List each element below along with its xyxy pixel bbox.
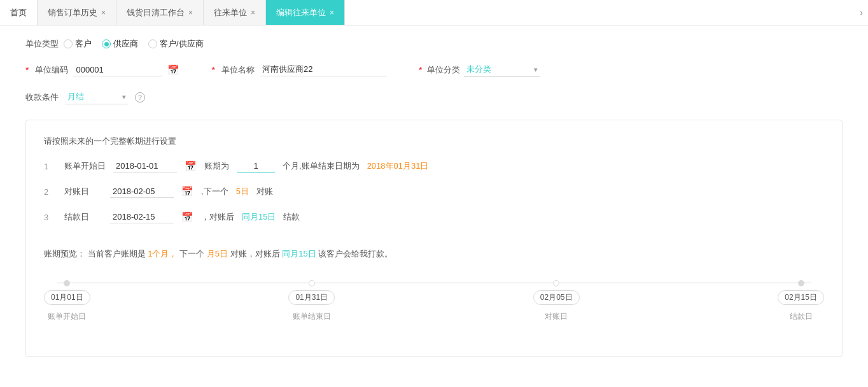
tab-home-label: 首页 [10, 7, 27, 18]
unit-name-label: 单位名称 [221, 64, 255, 76]
preview-text: 账期预览： 当前客户账期是 1个月， 下一个 月5日 对账，对账后 同月15日 … [44, 246, 824, 261]
period-highlight-2: 5日 [236, 186, 249, 197]
tab-edit-contact-close[interactable]: × [330, 8, 334, 17]
payment-label: 收款条件 [25, 92, 59, 103]
period-suffix-after-1: 个月,账单结束日期为 [283, 160, 360, 172]
period-highlight-3: 同月15日 [242, 211, 276, 223]
timeline-node-2: 02月05日 对账日 [533, 280, 580, 322]
tab-daily-work-label: 钱货日清工作台 [127, 7, 185, 18]
radio-supplier-circle [102, 39, 111, 48]
unit-category-group: * 单位分类 未分类 ▾ [419, 62, 540, 77]
period-calendar-1[interactable]: 📅 [185, 160, 197, 172]
period-calendar-3[interactable]: 📅 [181, 211, 193, 223]
tab-home[interactable]: 首页 [0, 0, 38, 25]
radio-supplier[interactable]: 供应商 [102, 38, 138, 50]
period-num-1: 1 [44, 162, 57, 171]
timeline-node-3: 02月15日 结款日 [778, 280, 824, 322]
unit-category-value: 未分类 [466, 64, 531, 75]
preview-highlight3: 同月15日 [282, 249, 316, 258]
payment-row: 收款条件 月结 ▾ ? [25, 90, 843, 104]
tab-sales-history-close[interactable]: × [101, 8, 106, 17]
period-date-1[interactable] [113, 160, 177, 172]
period-label-2: 对账日 [64, 186, 102, 197]
unit-code-required: * [25, 65, 29, 75]
radio-customer-label: 客户 [75, 38, 92, 50]
unit-type-row: 单位类型 客户 供应商 客户/供应商 [25, 38, 843, 50]
timeline-label-1: 账单结束日 [293, 311, 331, 322]
timeline-dot-3 [798, 280, 804, 286]
period-end-date-highlight: 2018年01月31日 [367, 160, 429, 172]
radio-group: 客户 供应商 客户/供应商 [64, 38, 204, 50]
period-prefix-2: ,下一个 [201, 186, 228, 197]
unit-category-select[interactable]: 未分类 ▾ [464, 62, 540, 77]
unit-type-label: 单位类型 [25, 38, 59, 50]
timeline: 01月01日 账单开始日 01月31日 账单结束日 02月05日 对账日 [44, 274, 824, 341]
radio-customer-circle [64, 39, 73, 48]
timeline-nodes: 01月01日 账单开始日 01月31日 账单结束日 02月05日 对账日 [44, 280, 824, 322]
unit-category-required: * [419, 65, 422, 75]
period-months-input[interactable] [237, 160, 275, 172]
tab-daily-work-close[interactable]: × [188, 8, 193, 17]
period-calendar-2[interactable]: 📅 [181, 186, 193, 197]
period-suffix-2: 对账 [256, 186, 273, 197]
tab-edit-contact[interactable]: 编辑往来单位 × [266, 0, 345, 25]
unit-code-calendar-icon[interactable]: 📅 [167, 64, 179, 76]
payment-select[interactable]: 月结 ▾ [65, 90, 129, 104]
tab-arrow[interactable]: › [855, 0, 868, 25]
timeline-date-3: 02月15日 [778, 290, 824, 305]
preview-end: 该客户会给我打款。 [318, 249, 393, 258]
main-content: 单位类型 客户 供应商 客户/供应商 * 单位编码 [0, 25, 868, 387]
period-suffix-before-1: 账期为 [204, 160, 229, 172]
radio-both[interactable]: 客户/供应商 [148, 38, 204, 50]
timeline-dot-0 [64, 280, 70, 286]
period-row-2: 2 对账日 📅 ,下一个 5日 对账 [44, 185, 824, 198]
unit-code-input[interactable] [73, 64, 162, 76]
timeline-label-2: 对账日 [545, 311, 568, 322]
unit-code-label: 单位编码 [35, 64, 68, 76]
radio-both-label: 客户/供应商 [160, 38, 204, 50]
unit-info-row: * 单位编码 📅 * 单位名称 * 单位分类 未分类 ▾ [25, 62, 843, 77]
period-num-2: 2 [44, 187, 57, 197]
period-label-3: 结款日 [64, 211, 102, 223]
timeline-node-0: 01月01日 账单开始日 [44, 280, 90, 322]
panel-title: 请按照未来的一个完整帐期进行设置 [44, 136, 824, 147]
settings-panel: 请按照未来的一个完整帐期进行设置 1 账单开始日 📅 账期为 个月,账单结束日期… [25, 120, 843, 357]
radio-supplier-label: 供应商 [113, 38, 138, 50]
period-date-3[interactable] [110, 211, 174, 223]
unit-type-group: 单位类型 客户 供应商 客户/供应商 [25, 38, 204, 50]
preview-middle1: 下一个 [179, 249, 204, 258]
help-icon[interactable]: ? [135, 92, 145, 102]
unit-code-group: * 单位编码 📅 [25, 64, 179, 76]
timeline-dot-2 [553, 280, 559, 286]
preview-section: 账期预览： 当前客户账期是 1个月， 下一个 月5日 对账，对账后 同月15日 … [44, 236, 824, 341]
period-row-1: 1 账单开始日 📅 账期为 个月,账单结束日期为 2018年01月31日 [44, 160, 824, 172]
timeline-date-0: 01月01日 [44, 290, 90, 305]
unit-name-group: * 单位名称 [211, 64, 386, 76]
period-label-1: 账单开始日 [64, 160, 106, 172]
tab-bar: 首页 销售订单历史 × 钱货日清工作台 × 往来单位 × 编辑往来单位 × › [0, 0, 868, 25]
preview-highlight2: 月5日 [207, 249, 228, 258]
preview-highlight1: 1个月， [148, 249, 177, 258]
period-row-3: 3 结款日 📅 ，对账后 同月15日 结款 [44, 211, 824, 223]
tab-sales-history-label: 销售订单历史 [48, 7, 97, 18]
tab-contacts-close[interactable]: × [251, 8, 255, 17]
tab-contacts[interactable]: 往来单位 × [204, 0, 266, 25]
tab-sales-history[interactable]: 销售订单历史 × [38, 0, 116, 25]
radio-both-circle [148, 39, 157, 48]
period-num-3: 3 [44, 213, 57, 222]
preview-before: 当前客户账期是 [88, 249, 146, 258]
timeline-dot-1 [309, 280, 315, 286]
payment-value: 月结 [67, 91, 120, 102]
preview-label: 账期预览： [44, 249, 85, 258]
tab-contacts-label: 往来单位 [214, 7, 247, 18]
timeline-label-3: 结款日 [790, 311, 813, 322]
unit-category-arrow-icon: ▾ [534, 66, 538, 74]
unit-name-input[interactable] [260, 64, 387, 76]
timeline-node-1: 01月31日 账单结束日 [288, 280, 335, 322]
payment-arrow-icon: ▾ [122, 93, 126, 101]
tab-daily-work[interactable]: 钱货日清工作台 × [116, 0, 204, 25]
preview-middle2: 对账，对账后 [230, 249, 280, 258]
unit-category-label: 单位分类 [427, 64, 460, 76]
period-date-2[interactable] [110, 185, 174, 198]
radio-customer[interactable]: 客户 [64, 38, 92, 50]
